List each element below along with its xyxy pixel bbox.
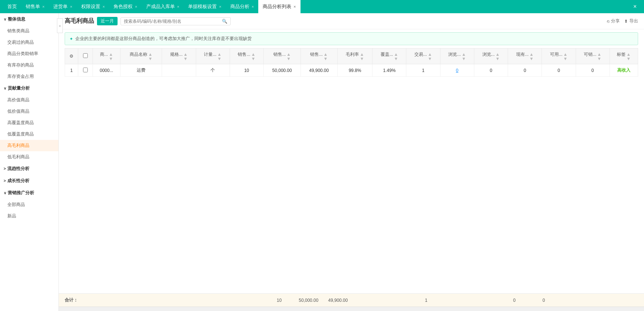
sidebar-section-1[interactable]: ∨贡献量分析	[0, 82, 58, 94]
col-header-name[interactable]: 商品名称▲▼	[120, 48, 162, 64]
col-header-gross_margin[interactable]: 毛利率▲▼	[338, 48, 373, 64]
cell-settings: 1	[65, 64, 78, 77]
browse-link[interactable]: 0	[456, 68, 458, 73]
sidebar-item-有库存的商品[interactable]: 有库存的商品	[0, 59, 58, 71]
col-header-tag[interactable]: 标签▲▼	[609, 48, 638, 64]
footer-cell-sales_qty: 10	[265, 298, 294, 303]
footer-label: 合计：	[65, 297, 78, 303]
cell-checkbox[interactable]	[78, 64, 93, 77]
col-header-current_stock[interactable]: 现有...▲▼	[508, 48, 542, 64]
nav-close-icon[interactable]: ×	[102, 4, 105, 9]
sort-icon: ▲▼	[428, 52, 432, 61]
nav-item-首页[interactable]: 首页	[3, 0, 21, 13]
sidebar-item-全部商品[interactable]: 全部商品	[0, 199, 58, 210]
cell-unit: 个	[196, 64, 230, 77]
nav-close-icon[interactable]: ×	[70, 4, 72, 9]
sidebar-item-交易过的商品[interactable]: 交易过的商品	[0, 37, 58, 48]
sort-icon: ▲▼	[529, 52, 534, 61]
sort-icon: ▲▼	[496, 52, 500, 61]
sidebar-section-2[interactable]: >流趋性分析	[0, 163, 58, 175]
cell-sales_qty: 10	[230, 64, 263, 77]
cell-sales_amount: 50,000.00	[263, 64, 301, 77]
nav-close-icon[interactable]: ×	[219, 4, 221, 9]
sidebar-item-销售类商品[interactable]: 销售类商品	[0, 25, 58, 37]
col-header-spec[interactable]: 规格...▲▼	[162, 48, 196, 64]
nav-item-进货单[interactable]: 进货单×	[49, 0, 76, 13]
col-header-transaction[interactable]: 交易...▲▼	[406, 48, 440, 64]
cell-available_stock: 0	[542, 64, 576, 77]
sidebar-item-高毛利商品[interactable]: 高毛利商品	[0, 140, 58, 151]
period-button[interactable]: 近一月	[97, 17, 118, 25]
data-table: ⚙商...▲▼商品名称▲▼规格...▲▼计量...▲▼销售...▲▼销售...▲…	[65, 48, 638, 77]
sidebar-item-低毛利商品[interactable]: 低毛利商品	[0, 151, 58, 163]
col-header-sales_cost[interactable]: 销售...▲▼	[301, 48, 338, 64]
horizontal-scrollbar[interactable]	[59, 307, 644, 311]
col-header-browse2[interactable]: 浏览...▲▼	[474, 48, 508, 64]
nav-item-权限设置[interactable]: 权限设置×	[77, 0, 109, 13]
nav-close-icon[interactable]: ×	[177, 4, 179, 9]
footer-bar: 合计： 1050,000.0049,900.00100	[59, 293, 644, 307]
search-icon[interactable]: 🔍	[222, 19, 227, 24]
sort-icon: ▲▼	[360, 52, 364, 61]
nav-item-商品分析列表[interactable]: 商品分析列表×	[258, 0, 300, 13]
info-banner: ✦ 企业的主要的利润都是这部分商品创造的，可考虑加大推广，同时关注库存是不要出现…	[65, 32, 638, 45]
window-close-button[interactable]: ×	[629, 3, 641, 10]
section-arrow: ∨	[4, 191, 6, 195]
cell-current_stock: 0	[508, 64, 542, 77]
cell-browse2: 0	[474, 64, 508, 77]
sidebar-section-0[interactable]: ∨整体信息	[0, 13, 58, 25]
sort-icon: ▲▼	[287, 52, 291, 61]
footer-values: 1050,000.0049,900.00100	[88, 298, 638, 303]
cell-name: 运费	[120, 64, 162, 77]
top-navigation: 首页销售单×进货单×权限设置×角色授权×产成品入库单×单据模板设置×商品分析×商…	[0, 0, 644, 13]
table-container[interactable]: ⚙商...▲▼商品名称▲▼规格...▲▼计量...▲▼销售...▲▼销售...▲…	[59, 48, 644, 293]
nav-item-商品分析[interactable]: 商品分析×	[226, 0, 258, 13]
nav-close-icon[interactable]: ×	[42, 4, 44, 9]
nav-close-icon[interactable]: ×	[135, 4, 137, 9]
col-header-checkbox	[78, 48, 93, 64]
col-header-unit[interactable]: 计量...▲▼	[196, 48, 230, 64]
nav-item-角色授权[interactable]: 角色授权×	[109, 0, 141, 13]
col-header-sales_qty[interactable]: 销售...▲▼	[230, 48, 263, 64]
nav-item-产成品入库单[interactable]: 产成品入库单×	[142, 0, 184, 13]
sidebar-item-新品[interactable]: 新品	[0, 210, 58, 222]
cell-gross_margin: 99.8%	[338, 64, 373, 77]
section-label: 贡献量分析	[8, 85, 30, 91]
share-button[interactable]: ⎋ 分享	[607, 18, 620, 24]
sidebar-section-4[interactable]: ∨营销推广分析	[0, 187, 58, 199]
sidebar-item-高价值商品[interactable]: 高价值商品	[0, 94, 58, 106]
col-header-sellable_stock[interactable]: 可销...▲▼	[576, 48, 609, 64]
sidebar-item-库存资金占用[interactable]: 库存资金占用	[0, 71, 58, 82]
nav-close-icon[interactable]: ×	[252, 4, 254, 9]
section-arrow: ∨	[4, 86, 6, 90]
cell-coverage: 1.49%	[373, 64, 406, 77]
settings-icon[interactable]: ⚙	[69, 54, 73, 59]
sidebar-item-高覆盖度商品[interactable]: 高覆盖度商品	[0, 117, 58, 129]
col-header-browse1[interactable]: 浏览...▲▼	[440, 48, 474, 64]
sidebar-item-低覆盖度商品[interactable]: 低覆盖度商品	[0, 129, 58, 140]
col-header-sales_amount[interactable]: 销售...▲▼	[263, 48, 301, 64]
col-header-coverage[interactable]: 覆盖...▲▼	[373, 48, 406, 64]
sidebar: ∨整体信息销售类商品交易过的商品商品分类助销率有库存的商品库存资金占用∨贡献量分…	[0, 13, 59, 311]
sidebar-collapse-button[interactable]: «	[57, 18, 63, 33]
export-button[interactable]: ⬆ 导出	[624, 18, 638, 24]
nav-item-销售单[interactable]: 销售单×	[21, 0, 49, 13]
search-input[interactable]	[124, 19, 222, 24]
nav-item-单据模板设置[interactable]: 单据模板设置×	[184, 0, 226, 13]
nav-close-icon[interactable]: ×	[294, 4, 296, 9]
sort-icon: ▲▼	[597, 52, 601, 61]
sort-icon: ▲▼	[217, 52, 222, 61]
col-header-code[interactable]: 商...▲▼	[93, 48, 120, 64]
sort-icon: ▲▼	[563, 52, 568, 61]
row-checkbox[interactable]	[83, 68, 88, 72]
section-arrow: >	[4, 167, 6, 171]
search-box: 🔍	[120, 17, 231, 25]
share-icon: ⎋	[607, 19, 609, 24]
col-header-available_stock[interactable]: 可用...▲▼	[542, 48, 576, 64]
sort-icon: ▲▼	[626, 52, 631, 61]
cell-sellable_stock: 0	[576, 64, 609, 77]
sidebar-item-低价值商品[interactable]: 低价值商品	[0, 106, 58, 117]
sidebar-item-商品分类助销率[interactable]: 商品分类助销率	[0, 48, 58, 59]
select-all-checkbox[interactable]	[83, 53, 88, 58]
sidebar-section-3[interactable]: >成长性分析	[0, 175, 58, 187]
